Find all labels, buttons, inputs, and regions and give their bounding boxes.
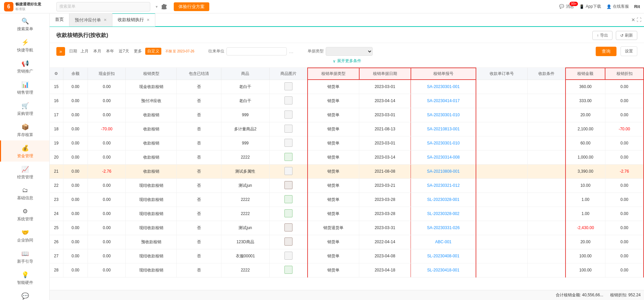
td-receipt-order-no [476, 80, 527, 94]
data-table: ⚙ 余额 现金折扣 核销类型 包含已结清 商品 商品图片 核销单据类型 核销单据… [50, 68, 644, 277]
partner-input[interactable] [226, 47, 287, 55]
cancel-doc-no-link[interactable]: SL-20230418-001 [427, 268, 460, 272]
tab-close-button[interactable]: ✕ [631, 17, 635, 23]
logo-area: 6 畅捷通谱好生意 标准版 [4, 2, 54, 11]
filter-expand-toggle[interactable]: » [56, 47, 65, 56]
cancel-doc-no-link[interactable]: SA-20230301-001 [427, 84, 460, 89]
export-button[interactable]: ↑ 导出 [592, 31, 612, 40]
sidebar-item-purchase[interactable]: 🛒 采购管理 [0, 98, 49, 119]
top-search-box[interactable]: 搜索菜单 [56, 2, 150, 11]
td-id: 28 [50, 263, 63, 277]
date-btn-last-month[interactable]: 上月 [79, 48, 90, 55]
sidebar-item-finance[interactable]: 💰 资金管理 [0, 140, 49, 162]
tab-receipt-cancel[interactable]: 收款核销执行 ✕ [112, 13, 155, 27]
td-balance: 0.00 [63, 136, 88, 150]
search-button[interactable]: 查询 [596, 47, 616, 56]
gear-button[interactable] [160, 3, 168, 11]
date-filter: 日期 上月 本月 本年 近7天 更多 自定义 [69, 48, 161, 55]
tab-prepay-close[interactable]: ✕ [104, 18, 107, 22]
td-goods-img [269, 136, 308, 150]
doctype-select[interactable] [326, 47, 373, 56]
sidebar-item-enterprise[interactable]: 🤝 企业协同 [0, 225, 49, 246]
sidebar-item-operations[interactable]: 📈 经营管理 [0, 162, 49, 183]
td-cancel-type: 现金收款核销 [126, 80, 177, 94]
guide-icon: 📖 [21, 250, 29, 257]
refresh-button[interactable]: ↺ 刷新 [616, 31, 637, 40]
td-receipt-order-no [476, 94, 527, 108]
dropdown-arrow[interactable]: ▾ [156, 4, 158, 9]
table-row: 27 0.00 0.00 现结收款核销 否 衣服00001 销货单 2023-0… [50, 249, 644, 263]
td-receipt-cond [527, 207, 566, 221]
sidebar-item-inventory[interactable]: 📦 库存核算 [0, 119, 49, 140]
sidebar-item-basic-info[interactable]: 🗂 基础信息 [0, 183, 49, 204]
sidebar-item-marketing[interactable]: 📢 营销推广 [0, 56, 49, 77]
date-range-text: 不限 至 2023-07-26 [165, 49, 195, 54]
cancel-doc-no-link[interactable]: ABC-001 [435, 240, 451, 244]
app-download-button[interactable]: 📱 App下载 [579, 4, 601, 9]
partner-dots[interactable]: ... [289, 48, 293, 54]
td-cancel-doc-type: 销货单 [308, 108, 359, 122]
sidebar-item-system[interactable]: ⚙ 系统管理 [0, 204, 49, 225]
th-settings[interactable]: ⚙ [50, 68, 63, 80]
td-goods-img [269, 178, 308, 192]
table-row: 24 0.00 0.00 现结收款核销 否 2222 销货单 2023-03-2… [50, 207, 644, 221]
td-cancel-doc-no: SA-20230301-010 [411, 108, 476, 122]
expand-more-button[interactable]: ∨ 展开更多条件 [333, 58, 361, 64]
search-placeholder-text: 搜索菜单 [59, 4, 75, 9]
footer-total-amount: 合计核销金额: 40,556,66... [556, 292, 603, 298]
td-receipt-cond [527, 249, 566, 263]
cancel-doc-no-link[interactable]: SA-20230301-010 [427, 141, 460, 145]
sidebar-item-hardware[interactable]: 💡 智能硬件 [0, 267, 49, 288]
tab-maximize-button[interactable]: ⛶ [637, 17, 641, 23]
td-cancel-doc-type: 销货单 [308, 263, 359, 277]
cancel-doc-no-link[interactable]: SL-20230328-002 [427, 211, 460, 216]
cancel-doc-no-link[interactable]: SA-20230314-008 [427, 155, 460, 160]
date-btn-custom[interactable]: 自定义 [145, 48, 161, 55]
td-cash-discount: 0.00 [88, 94, 126, 108]
cancel-doc-no-link[interactable]: SA-20210813-001 [427, 127, 460, 131]
industry-solution-button[interactable]: 体验行业方案 [174, 2, 209, 11]
tab-prepay[interactable]: 预付冲应付单 ✕ [69, 13, 112, 27]
td-goods: 2222 [221, 207, 269, 221]
td-cancel-doc-no: SA-20230321-012 [411, 178, 476, 192]
table-wrap[interactable]: ⚙ 余额 现金折扣 核销类型 包含已结清 商品 商品图片 核销单据类型 核销单据… [50, 68, 644, 290]
cancel-doc-no-link[interactable]: SA-20230321-012 [427, 183, 460, 188]
date-btn-this-month[interactable]: 本月 [92, 48, 103, 55]
sidebar-item-wechat[interactable]: 💬 企业微信 [0, 288, 49, 300]
tab-receipt-cancel-close[interactable]: ✕ [147, 18, 150, 22]
td-receipt-order-no [476, 221, 527, 235]
date-btn-more[interactable]: 更多 [132, 48, 143, 55]
cancel-doc-no-link[interactable]: SA-20230331-026 [427, 225, 460, 230]
cancel-doc-no-link[interactable]: SA-20210808-001 [427, 169, 460, 174]
td-cancel-doc-no: SL-20230328-002 [411, 207, 476, 221]
sidebar-item-search[interactable]: 🔍 搜索菜单 [0, 13, 49, 35]
td-goods-img [269, 249, 308, 263]
td-include-settled: 否 [177, 94, 221, 108]
td-receipt-cond [527, 94, 566, 108]
cancel-doc-no-link[interactable]: SL-20230408-001 [427, 254, 460, 258]
td-cancel-doc-no: SA-20230331-026 [411, 221, 476, 235]
message-button[interactable]: 💬 消息 99+ [559, 4, 574, 9]
online-service-button[interactable]: 👤 在线客服 [606, 4, 629, 9]
cancel-doc-no-link[interactable]: SA-20230301-010 [427, 113, 460, 117]
tab-home[interactable]: 首页 [50, 13, 69, 27]
cancel-doc-no-link[interactable]: SA-20230414-017 [427, 98, 460, 103]
td-cancel-type: 现结收款核销 [126, 263, 177, 277]
th-cancel-discount: 核销折扣 [605, 68, 644, 80]
td-receipt-cond [527, 192, 566, 207]
td-cancel-type: 收款核销 [126, 108, 177, 122]
settings-button[interactable]: 设置 [621, 46, 637, 56]
td-id: 17 [50, 108, 63, 122]
sidebar-item-guide[interactable]: 📖 新手引导 [0, 246, 49, 267]
date-btn-this-year[interactable]: 本年 [105, 48, 115, 55]
sidebar-item-quicknav[interactable]: ⚡ 快捷导航 [0, 35, 49, 56]
td-cash-discount: 0.00 [88, 178, 126, 192]
td-cancel-doc-no: SL-20230408-001 [411, 249, 476, 263]
td-cancel-discount: -70.00 [605, 122, 644, 136]
table-container: ⚙ 余额 现金折扣 核销类型 包含已结清 商品 商品图片 核销单据类型 核销单据… [50, 68, 644, 300]
td-goods-img [269, 94, 308, 108]
date-btn-7days[interactable]: 近7天 [117, 48, 130, 55]
td-receipt-cond [527, 136, 566, 150]
cancel-doc-no-link[interactable]: SL-20230328-001 [427, 197, 460, 202]
sidebar-item-sales[interactable]: 📊 销售管理 [0, 77, 49, 98]
